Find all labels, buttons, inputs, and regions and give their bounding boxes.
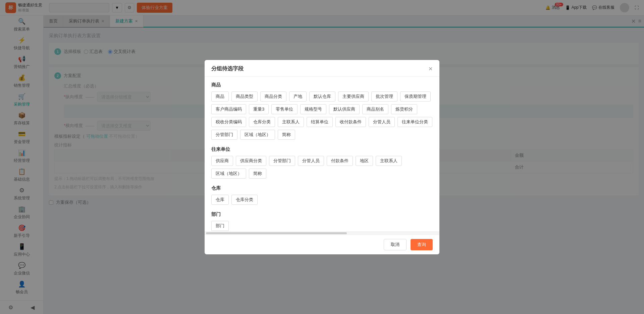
field-tag-partners-7[interactable]: 主联系人 — [376, 156, 402, 166]
field-tag-goods-10[interactable]: 重量3 — [249, 104, 269, 114]
field-tag-partners-8[interactable]: 区域（地区） — [211, 169, 246, 179]
field-tag-warehouse-2[interactable]: 仓库分类 — [231, 195, 258, 205]
field-tags-warehouse: 仓库 仓库分类 — [211, 195, 433, 205]
modal-scroll-area[interactable]: 商品 商品 商品类型 商品分类 产地 默认仓库 主要供应商 批次管理 保质期管理… — [205, 77, 439, 232]
modal-footer: 取消 查询 — [205, 235, 439, 254]
field-tag-partners-6[interactable]: 地区 — [356, 156, 373, 166]
modal-confirm-btn[interactable]: 查询 — [411, 239, 433, 250]
field-tag-goods-4[interactable]: 产地 — [289, 91, 307, 102]
field-tag-goods-25[interactable]: 简称 — [278, 130, 295, 140]
field-tags-department: 部门 — [211, 221, 433, 231]
field-tag-goods-12[interactable]: 规格型号 — [300, 104, 326, 114]
modal-cancel-btn[interactable]: 取消 — [384, 239, 407, 250]
field-tag-goods-5[interactable]: 默认仓库 — [309, 91, 335, 102]
modal-close-btn[interactable]: ✕ — [428, 66, 433, 72]
modal-title: 分组待选字段 — [211, 65, 244, 72]
field-tag-goods-23[interactable]: 分管部门 — [211, 130, 237, 140]
field-tag-goods-18[interactable]: 主联系人 — [278, 117, 304, 127]
field-tag-goods-16[interactable]: 税收分类编码 — [211, 117, 246, 127]
field-tag-goods-9[interactable]: 客户商品编码 — [211, 104, 246, 114]
field-group-partners-title: 往来单位 — [211, 146, 433, 152]
field-tag-goods-22[interactable]: 往来单位分类 — [397, 117, 432, 127]
field-group-goods: 商品 商品 商品类型 商品分类 产地 默认仓库 主要供应商 批次管理 保质期管理… — [211, 82, 433, 140]
field-tag-goods-14[interactable]: 商品别名 — [362, 104, 388, 114]
field-tag-dept-1[interactable]: 部门 — [211, 221, 229, 231]
field-tag-goods-15[interactable]: 炼货积分 — [391, 104, 417, 114]
field-tag-goods-7[interactable]: 批次管理 — [371, 91, 397, 102]
field-tag-goods-19[interactable]: 结算单位 — [307, 117, 333, 127]
field-tag-partners-5[interactable]: 付款条件 — [327, 156, 353, 166]
modal-overlay: 分组待选字段 ✕ 商品 商品 商品类型 商品分类 产地 默认仓库 主要供应商 批… — [0, 0, 644, 314]
field-tags-partners: 供应商 供应商分类 分管部门 分管人员 付款条件 地区 主联系人 区域（地区） … — [211, 156, 433, 179]
field-group-department-title: 部门 — [211, 211, 433, 217]
modal-hscrollbar-thumb — [206, 232, 347, 234]
field-tag-goods-1[interactable]: 商品 — [211, 91, 229, 102]
modal-hscrollbar[interactable] — [205, 232, 439, 234]
field-tag-goods-21[interactable]: 分管人员 — [369, 117, 395, 127]
field-tag-goods-13[interactable]: 默认供应商 — [329, 104, 360, 114]
field-tag-partners-4[interactable]: 分管人员 — [298, 156, 324, 166]
field-tag-goods-11[interactable]: 零售单位 — [271, 104, 298, 114]
field-tag-warehouse-1[interactable]: 仓库 — [211, 195, 229, 205]
field-tag-goods-2[interactable]: 商品类型 — [231, 91, 258, 102]
modal-header: 分组待选字段 ✕ — [205, 60, 439, 77]
field-tag-partners-1[interactable]: 供应商 — [211, 156, 233, 166]
field-tag-goods-17[interactable]: 仓库分类 — [249, 117, 275, 127]
modal-body: 商品 商品 商品类型 商品分类 产地 默认仓库 主要供应商 批次管理 保质期管理… — [205, 77, 439, 232]
field-group-warehouse: 仓库 仓库 仓库分类 — [211, 185, 433, 205]
field-tag-goods-6[interactable]: 主要供应商 — [338, 91, 369, 102]
field-tag-partners-9[interactable]: 简称 — [249, 169, 266, 179]
field-group-partners: 往来单位 供应商 供应商分类 分管部门 分管人员 付款条件 地区 主联系人 区域… — [211, 146, 433, 179]
field-tags-goods: 商品 商品类型 商品分类 产地 默认仓库 主要供应商 批次管理 保质期管理 客户… — [211, 91, 433, 140]
field-tag-goods-20[interactable]: 收付款条件 — [335, 117, 366, 127]
field-tag-partners-3[interactable]: 分管部门 — [269, 156, 295, 166]
field-group-goods-title: 商品 — [211, 82, 433, 88]
field-tag-goods-3[interactable]: 商品分类 — [260, 91, 286, 102]
field-group-department: 部门 部门 — [211, 211, 433, 231]
field-tag-goods-8[interactable]: 保质期管理 — [400, 91, 431, 102]
field-tag-partners-2[interactable]: 供应商分类 — [236, 156, 266, 166]
field-group-warehouse-title: 仓库 — [211, 185, 433, 191]
modal: 分组待选字段 ✕ 商品 商品 商品类型 商品分类 产地 默认仓库 主要供应商 批… — [205, 60, 439, 254]
field-tag-goods-24[interactable]: 区域（地区） — [240, 130, 275, 140]
